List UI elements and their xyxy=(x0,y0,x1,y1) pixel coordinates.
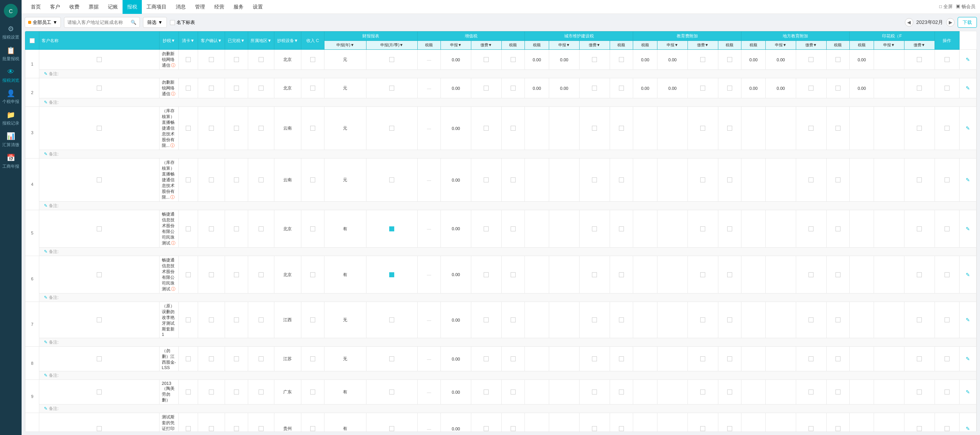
row-sk[interactable] xyxy=(198,210,225,248)
row-df-jiao[interactable] xyxy=(826,158,850,202)
row-caibao-year[interactable] xyxy=(366,256,417,293)
row-cb[interactable] xyxy=(97,86,102,91)
yh-jiao-cb[interactable] xyxy=(945,177,950,182)
row-cs-sb[interactable] xyxy=(579,107,610,150)
row-df-jiao[interactable] xyxy=(826,380,850,405)
cs-jiao-cb[interactable] xyxy=(619,86,624,91)
row-caibao-year[interactable] xyxy=(366,210,417,248)
confirm-cb[interactable] xyxy=(234,426,239,431)
row-yh-jiao[interactable] xyxy=(935,78,959,98)
row-cs-jiao[interactable] xyxy=(610,78,633,98)
row-df-jiao[interactable] xyxy=(826,50,850,70)
row-zz-sb[interactable] xyxy=(471,302,501,338)
row-yh-jiao[interactable] xyxy=(935,347,959,371)
jy-sb-cb[interactable] xyxy=(700,57,705,62)
row-cs-sb[interactable] xyxy=(579,302,610,338)
row-sk[interactable] xyxy=(198,158,225,202)
row-sb[interactable] xyxy=(178,380,198,405)
row-checkbox[interactable] xyxy=(39,210,160,248)
cs-sb-cb[interactable] xyxy=(592,317,597,322)
sb-cb[interactable] xyxy=(186,177,191,182)
row-sb[interactable] xyxy=(178,158,198,202)
date-prev-button[interactable]: ◀ xyxy=(905,18,913,27)
zz-jiao-cb[interactable] xyxy=(511,226,516,231)
row-yh-sb[interactable] xyxy=(904,302,935,338)
sk-cb[interactable] xyxy=(209,86,214,91)
row-jy-jiao[interactable] xyxy=(718,413,741,432)
row-device[interactable] xyxy=(301,78,324,98)
df-sb-cb[interactable] xyxy=(809,272,814,277)
row-zz-jiao[interactable] xyxy=(501,158,525,202)
row-zz-sb[interactable] xyxy=(471,107,501,150)
nav-collection[interactable]: 收费 xyxy=(65,0,84,14)
jy-sb-cb[interactable] xyxy=(700,426,705,431)
row-cs-jiao[interactable] xyxy=(610,256,633,293)
row-yh-jiao[interactable] xyxy=(935,302,959,338)
row-caibao-year[interactable] xyxy=(366,50,417,70)
row-done[interactable] xyxy=(248,413,274,432)
row-edit[interactable]: ✎ xyxy=(959,256,976,293)
sk-cb[interactable] xyxy=(209,126,214,131)
yh-jiao-cb[interactable] xyxy=(945,57,950,62)
cs-jiao-cb[interactable] xyxy=(619,177,624,182)
confirm-cb[interactable] xyxy=(234,389,239,395)
row-yh-sb[interactable] xyxy=(904,50,935,70)
date-next-button[interactable]: ▶ xyxy=(946,18,955,27)
row-edit[interactable]: ✎ xyxy=(959,50,976,70)
note-pencil-icon[interactable]: ✎ xyxy=(44,249,47,254)
done-cb[interactable] xyxy=(259,389,264,395)
row-cs-sb[interactable] xyxy=(579,50,610,70)
yh-sb-cb[interactable] xyxy=(917,389,922,395)
row-cs-jiao[interactable] xyxy=(610,380,633,405)
row-checkbox[interactable] xyxy=(39,380,160,405)
row-cs-jiao[interactable] xyxy=(610,158,633,202)
row-yh-sb[interactable] xyxy=(904,256,935,293)
jy-jiao-cb[interactable] xyxy=(727,86,732,91)
row-cs-sb[interactable] xyxy=(579,413,610,432)
row-jy-sb[interactable] xyxy=(688,78,718,98)
sb-cb[interactable] xyxy=(186,226,191,231)
edit-icon[interactable]: ✎ xyxy=(966,272,970,278)
confirm-cb[interactable] xyxy=(234,57,239,62)
row-jy-sb[interactable] xyxy=(688,107,718,150)
caibao-year-cb[interactable] xyxy=(389,57,394,62)
row-cb[interactable] xyxy=(97,389,102,395)
edit-icon[interactable]: ✎ xyxy=(966,426,970,432)
named-cb[interactable] xyxy=(170,20,175,25)
row-edit[interactable]: ✎ xyxy=(959,413,976,432)
row-df-sb[interactable] xyxy=(796,107,826,150)
row-yh-sb[interactable] xyxy=(904,158,935,202)
row-confirm[interactable] xyxy=(225,50,248,70)
device-cb[interactable] xyxy=(310,356,315,361)
yh-sb-cb[interactable] xyxy=(917,272,922,277)
row-device[interactable] xyxy=(301,413,324,432)
df-sb-cb[interactable] xyxy=(809,177,814,182)
row-df-jiao[interactable] xyxy=(826,302,850,338)
row-df-jiao[interactable] xyxy=(826,413,850,432)
jy-jiao-cb[interactable] xyxy=(727,317,732,322)
yh-jiao-cb[interactable] xyxy=(945,426,950,431)
row-df-sb[interactable] xyxy=(796,158,826,202)
search-input[interactable] xyxy=(67,20,129,25)
row-device[interactable] xyxy=(301,302,324,338)
nav-settings[interactable]: 设置 xyxy=(248,0,267,14)
zz-sb-cb[interactable] xyxy=(484,86,489,91)
zz-sb-cb[interactable] xyxy=(484,177,489,182)
note-pencil-icon[interactable]: ✎ xyxy=(44,340,47,344)
sk-cb[interactable] xyxy=(209,57,214,62)
df-jiao-cb[interactable] xyxy=(835,57,840,62)
row-zz-sb[interactable] xyxy=(471,256,501,293)
row-caibao-year[interactable] xyxy=(366,380,417,405)
row-jy-sb[interactable] xyxy=(688,380,718,405)
note-pencil-icon[interactable]: ✎ xyxy=(44,100,47,105)
row-caibao-year[interactable] xyxy=(366,78,417,98)
done-cb[interactable] xyxy=(259,57,264,62)
cs-jiao-cb[interactable] xyxy=(619,426,624,431)
zz-sb-cb[interactable] xyxy=(484,126,489,131)
row-edit[interactable]: ✎ xyxy=(959,78,976,98)
jy-jiao-cb[interactable] xyxy=(727,177,732,182)
cs-sb-cb[interactable] xyxy=(592,126,597,131)
row-sb[interactable] xyxy=(178,78,198,98)
download-button[interactable]: 下载 xyxy=(958,17,977,28)
confirm-cb[interactable] xyxy=(234,226,239,231)
